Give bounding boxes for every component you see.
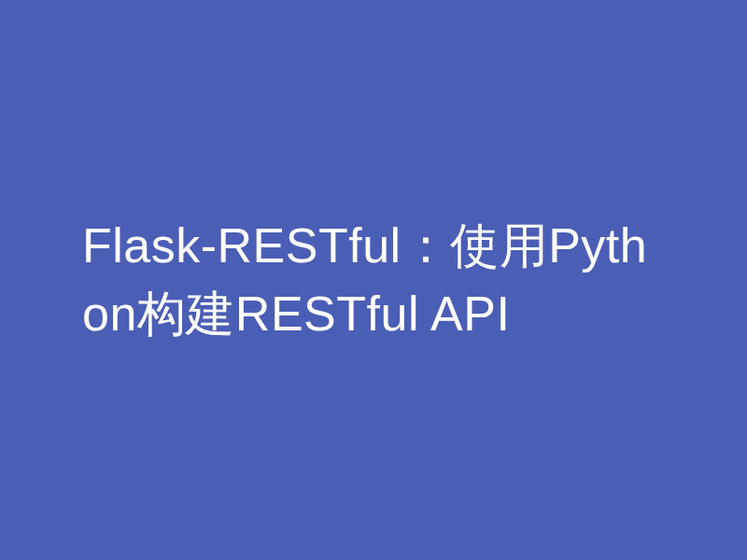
content-container: Flask-RESTful：使用Python构建RESTful API — [0, 212, 747, 348]
card-title: Flask-RESTful：使用Python构建RESTful API — [82, 212, 665, 348]
